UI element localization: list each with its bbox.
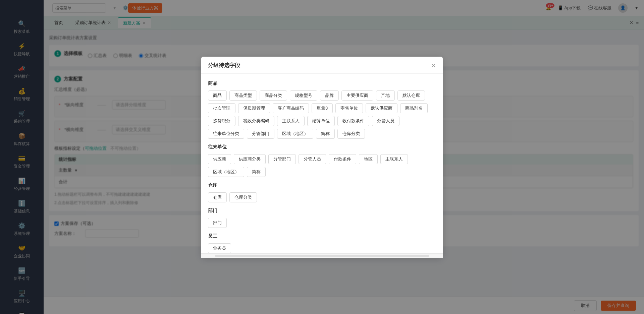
field-tag-0-19[interactable]: 收付款条件 [337, 116, 369, 126]
section-title-1: 往来单位 [208, 144, 436, 150]
field-tags-1: 供应商供应商分类分管部门分管人员付款条件地区主联系人区域（地区）简称 [208, 154, 436, 177]
field-tag-0-21[interactable]: 往来单位分类 [208, 129, 244, 139]
field-tag-0-11[interactable]: 重量3 [312, 103, 333, 113]
field-tag-1-2[interactable]: 分管部门 [268, 154, 296, 164]
modal-title: 分组待选字段 [208, 62, 240, 69]
modal-scrollbar-area[interactable] [201, 253, 443, 258]
field-tag-0-15[interactable]: 拣货积分 [208, 116, 235, 126]
field-tag-0-16[interactable]: 税收分类编码 [238, 116, 274, 126]
field-tag-0-25[interactable]: 仓库分类 [337, 129, 365, 139]
field-tag-3-0[interactable]: 部门 [208, 218, 227, 228]
section-title-3: 部门 [208, 208, 436, 214]
field-tag-4-0[interactable]: 业务员 [208, 243, 231, 253]
field-tag-0-14[interactable]: 商品别名 [400, 103, 428, 113]
field-tags-2: 仓库仓库分类 [208, 192, 436, 202]
field-tag-0-13[interactable]: 默认供应商 [366, 103, 397, 113]
section-title-0: 商品 [208, 80, 436, 86]
field-tag-0-24[interactable]: 简称 [316, 129, 335, 139]
field-tag-1-3[interactable]: 分管人员 [299, 154, 326, 164]
field-tag-1-8[interactable]: 简称 [247, 167, 266, 177]
field-tag-0-22[interactable]: 分管部门 [247, 129, 274, 139]
modal-header: 分组待选字段 ✕ [201, 57, 443, 74]
field-tag-1-1[interactable]: 供应商分类 [234, 154, 266, 164]
field-tag-0-2[interactable]: 商品分类 [260, 90, 287, 101]
field-tags-3: 部门 [208, 218, 436, 228]
section-title-2: 仓库 [208, 182, 436, 188]
field-tag-0-0[interactable]: 商品 [208, 90, 227, 101]
field-tag-1-5[interactable]: 地区 [359, 154, 378, 164]
field-tag-1-7[interactable]: 区域（地区） [208, 167, 244, 177]
field-tag-1-4[interactable]: 付款条件 [329, 154, 356, 164]
field-tag-1-6[interactable]: 主联系人 [380, 154, 408, 164]
modal: 分组待选字段 ✕ 商品商品商品类型商品分类规格型号品牌主要供应商产地默认仓库批次… [201, 57, 443, 258]
field-tag-1-0[interactable]: 供应商 [208, 154, 231, 164]
field-tags-0: 商品商品类型商品分类规格型号品牌主要供应商产地默认仓库批次管理保质期管理客户商品… [208, 90, 436, 139]
field-tag-0-18[interactable]: 结算单位 [307, 116, 335, 126]
field-tag-0-4[interactable]: 品牌 [320, 90, 339, 101]
field-tag-0-6[interactable]: 产地 [376, 90, 395, 101]
section-title-4: 员工 [208, 233, 436, 239]
field-tag-0-12[interactable]: 零售单位 [335, 103, 363, 113]
field-tags-4: 业务员 [208, 243, 436, 253]
field-tag-0-7[interactable]: 默认仓库 [397, 90, 425, 101]
field-tag-0-1[interactable]: 商品类型 [229, 90, 257, 101]
modal-body: 商品商品商品类型商品分类规格型号品牌主要供应商产地默认仓库批次管理保质期管理客户… [201, 74, 443, 253]
modal-overlay: 分组待选字段 ✕ 商品商品商品类型商品分类规格型号品牌主要供应商产地默认仓库批次… [0, 0, 644, 314]
modal-close-button[interactable]: ✕ [431, 62, 436, 69]
field-tag-0-3[interactable]: 规格型号 [290, 90, 317, 101]
modal-horizontal-scrollbar[interactable] [215, 255, 430, 257]
field-tag-0-23[interactable]: 区域（地区） [277, 129, 313, 139]
field-tag-2-1[interactable]: 仓库分类 [229, 192, 257, 202]
field-tag-0-10[interactable]: 客户商品编码 [273, 103, 309, 113]
field-tag-0-17[interactable]: 主联系人 [277, 116, 305, 126]
field-tag-0-9[interactable]: 保质期管理 [238, 103, 270, 113]
field-tag-0-5[interactable]: 主要供应商 [341, 90, 373, 101]
field-tag-2-0[interactable]: 仓库 [208, 192, 227, 202]
field-tag-0-20[interactable]: 分管人员 [372, 116, 399, 126]
field-tag-0-8[interactable]: 批次管理 [208, 103, 235, 113]
